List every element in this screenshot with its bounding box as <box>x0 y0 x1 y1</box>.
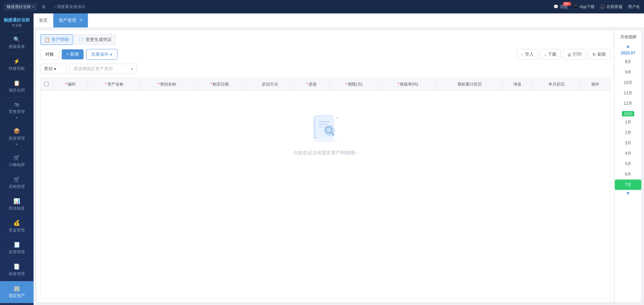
month-item-12[interactable]: 12月 <box>615 98 641 109</box>
demo-link[interactable]: ○ 我要看实例演示 <box>53 4 85 10</box>
sidebar-item-salary[interactable]: 💵 工资 <box>0 303 34 305</box>
svg-rect-4 <box>319 121 330 122</box>
add-button[interactable]: + 新增 <box>62 49 84 59</box>
import-button[interactable]: ↑ 导入 <box>517 49 538 60</box>
sidebar-label-finance: 资金管理 <box>9 227 25 233</box>
category-select[interactable]: 请选择固定资产类别 ▾ <box>70 64 137 74</box>
search-icon: 🔍 <box>13 36 20 43</box>
empty-state-row: ✦ ✦ 当前您还没有固定资产明细哦~ <box>41 91 610 176</box>
col-category: *类别名称 <box>141 78 193 91</box>
month-panel-year[interactable]: 2022.07 <box>621 49 635 57</box>
month-nav-down[interactable]: ▼ <box>626 190 631 197</box>
table-body: ✦ ✦ 当前您还没有固定资产明细哦~ <box>41 91 610 176</box>
month-item-8[interactable]: 8月 <box>615 57 641 67</box>
sub-tab-voucher[interactable]: 📄 变更生成凭证 <box>74 34 116 45</box>
inventory-icon: 📊 <box>13 198 20 204</box>
empty-text: 当前您还没有固定资产明细哦~ <box>293 150 357 156</box>
asset-table: *编码 *资产名称 *类别名称 *购买日期 <box>40 78 610 298</box>
app-subtitle: 专业版 <box>3 23 31 28</box>
detail-tab-icon: 📋 <box>45 37 50 42</box>
purchase-icon: 🛒 <box>13 176 20 183</box>
sidebar-item-purchase[interactable]: 🛒 采购管理 <box>0 172 34 194</box>
invoice-icon: 🧾 <box>13 242 20 248</box>
retail-icon: 🛍 <box>14 102 19 108</box>
checkbox-col-header[interactable] <box>41 78 53 91</box>
month-item-3[interactable]: 3月 <box>615 138 641 148</box>
sidebar-item-invoice[interactable]: 🧾 发票管理 <box>0 238 34 259</box>
empty-state-illustration: ✦ ✦ <box>305 111 345 145</box>
select-all-checkbox[interactable] <box>44 82 49 86</box>
month-panel: 月份选择 ▲ 2022.07 8月 9月 10月 11月 12月 2023 1月… <box>614 30 641 302</box>
col-name: *资产名称 <box>88 78 141 91</box>
empty-state: ✦ ✦ 当前您还没有固定资产明细哦~ <box>41 91 610 176</box>
sidebar-item-inventory[interactable]: 📊 库存核算 <box>0 194 34 216</box>
category-type-select[interactable]: 类别 ▾ <box>40 64 67 74</box>
asset-page: 📋 资产明细 📄 变更生成凭证 对账 + 新增 批量操作 ▾ <box>36 30 614 302</box>
import-icon: ↑ <box>521 52 524 57</box>
refresh-button[interactable]: ↻ 刷新 <box>588 49 610 60</box>
sidebar-label-wholesale: 批发管理 <box>9 136 25 141</box>
tab-assets-label: 资产管理 <box>59 17 76 23</box>
month-nav-up[interactable]: ▲ <box>626 43 631 49</box>
table: *编码 *资产名称 *类别名称 *购买日期 <box>41 78 610 176</box>
settings-icon[interactable]: ⚙ <box>42 4 46 9</box>
month-item-7[interactable]: 7月 <box>615 180 641 190</box>
month-item-9[interactable]: 9月 <box>615 67 641 78</box>
col-purchase-date: *购买日期 <box>193 78 246 91</box>
svg-rect-5 <box>319 124 328 125</box>
print-label: 打印 <box>573 51 582 57</box>
download-button[interactable]: ↓ 下载 <box>540 49 561 60</box>
month-item-6[interactable]: 6月 <box>615 169 641 180</box>
print-icon: 🖨 <box>567 52 572 57</box>
message-button[interactable]: 💬 消息 99+ <box>553 4 568 10</box>
month-item-10[interactable]: 10月 <box>615 78 641 88</box>
page-area: 📋 资产明细 📄 变更生成凭证 对账 + 新增 批量操作 ▾ <box>36 30 641 302</box>
month-item-11[interactable]: 11月 <box>615 88 641 98</box>
tab-assets[interactable]: 资产管理 ✕ <box>53 13 88 28</box>
phone-icon: 📱 <box>573 4 578 9</box>
voucher-tab-icon: 📄 <box>79 37 84 42</box>
month-item-1[interactable]: 1月 <box>615 117 641 128</box>
top-bar-right: 💬 消息 99+ 📱 App下载 🎧 在线客服 用户名 <box>553 4 640 10</box>
top-bar: 畅捷通好业财 ▾ ⚙ ○ 我要看实例演示 💬 消息 99+ 📱 App下载 🎧 … <box>0 0 644 13</box>
sidebar-label-inventory: 库存核算 <box>9 206 25 211</box>
tab-home[interactable]: 首页 <box>34 13 53 28</box>
sidebar-item-ecommerce[interactable]: 🛒 小畅电商 <box>0 150 34 172</box>
svg-text:✦: ✦ <box>335 116 339 120</box>
sidebar-label-assets: 固定资产 <box>9 293 25 299</box>
sidebar-item-contract[interactable]: 📋 项目合同 <box>0 76 34 98</box>
sidebar-item-assets[interactable]: 🏢 固定资产 <box>0 281 34 303</box>
svg-text:✦: ✦ <box>315 136 317 139</box>
sidebar-item-retail[interactable]: 🛍 零售管理 ▾ <box>0 98 34 124</box>
sidebar-item-finance[interactable]: 💰 资金管理 <box>0 216 34 238</box>
reconcile-button[interactable]: 对账 <box>40 49 59 60</box>
month-item-4[interactable]: 4月 <box>615 148 641 159</box>
chevron-icon: ▾ <box>16 116 18 119</box>
online-service-button[interactable]: 🎧 在线客服 <box>600 4 623 10</box>
company-selector[interactable]: 畅捷通好业财 ▾ <box>4 3 37 11</box>
sidebar-item-search[interactable]: 🔍 搜索菜单 <box>0 32 34 54</box>
month-item-5[interactable]: 5月 <box>615 159 641 169</box>
category-type-label: 类别 <box>44 66 53 72</box>
sub-tab-detail[interactable]: 📋 资产明细 <box>40 34 73 45</box>
col-accumulated-depr: 期初累计折旧 <box>437 78 502 91</box>
category-type-chevron: ▾ <box>54 66 56 71</box>
print-button[interactable]: 🖨 打印 <box>563 49 586 60</box>
sidebar-item-wholesale[interactable]: 📦 批发管理 ▾ <box>0 124 34 150</box>
sidebar-label-invoice: 发票管理 <box>9 249 25 255</box>
sidebar-label-tax: 税务管理 <box>9 271 25 277</box>
user-menu[interactable]: 用户名 <box>628 4 640 10</box>
month-item-2[interactable]: 2月 <box>615 128 641 138</box>
assets-icon: 🏢 <box>13 285 20 292</box>
sidebar-item-nav[interactable]: ⚡ 快捷导航 <box>0 54 34 76</box>
app-download-button[interactable]: 📱 App下载 <box>573 4 595 10</box>
refresh-icon: ↻ <box>592 52 596 57</box>
app-title: 畅捷通好业财 <box>3 17 31 23</box>
tax-icon: 📑 <box>13 263 20 270</box>
tab-close-icon[interactable]: ✕ <box>79 18 83 22</box>
refresh-label: 刷新 <box>597 51 606 57</box>
category-chevron: ▾ <box>131 66 133 71</box>
svg-point-0 <box>314 139 337 143</box>
sidebar-item-tax[interactable]: 📑 税务管理 <box>0 259 34 281</box>
batch-button[interactable]: 批量操作 ▾ <box>86 49 117 60</box>
